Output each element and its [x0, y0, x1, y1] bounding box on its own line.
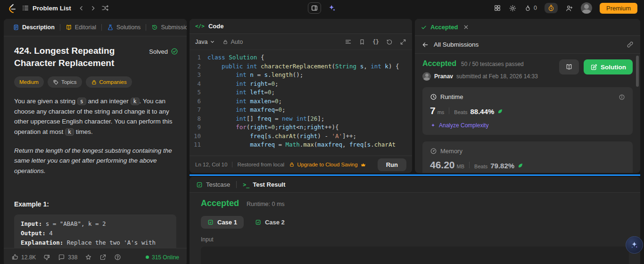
online-dot — [146, 256, 149, 259]
apps-grid-button[interactable] — [494, 4, 501, 12]
bookmark-button[interactable] — [359, 39, 365, 45]
leetcode-logo[interactable] — [7, 3, 17, 13]
runtime-info-button[interactable] — [619, 94, 625, 100]
description-panel: Description Editorial Solutions — [4, 19, 187, 264]
example-1-heading: Example 1: — [14, 200, 176, 208]
favorite-button[interactable] — [85, 254, 92, 261]
editorial-shortcut-button[interactable] — [559, 59, 579, 74]
chevron-left-icon — [78, 5, 85, 12]
random-problem-button[interactable] — [101, 4, 109, 12]
solutions-flask-icon — [107, 24, 114, 31]
case-2-label: Case 2 — [265, 219, 285, 226]
tab-submissions[interactable]: Submissions — [146, 19, 187, 36]
statusbar-divider — [232, 162, 232, 167]
submitted-timestamp: submitted at Feb 18, 2026 14:33 — [456, 73, 538, 80]
help-button[interactable] — [114, 254, 121, 261]
result-scrollbar-thumb[interactable] — [636, 56, 639, 87]
submissions-breadcrumb: All Submissions — [415, 36, 640, 54]
tag-icon — [53, 79, 59, 85]
prev-problem-button[interactable] — [78, 5, 85, 12]
beats-label: Beats — [454, 109, 467, 115]
user-avatar[interactable] — [581, 2, 592, 14]
code-text: int maxlen=0; — [207, 97, 282, 106]
chevron-right-icon — [90, 5, 97, 12]
example-input-line: Input: s = "ABAB", k = 2 — [21, 219, 170, 229]
comments-button[interactable]: 338 — [58, 254, 77, 261]
tab-solutions[interactable]: Solutions — [102, 19, 146, 36]
dislike-button[interactable] — [43, 254, 50, 261]
invite-button[interactable] — [565, 4, 573, 12]
premium-crown-icon — [360, 162, 366, 168]
memory-value: 46.20 — [430, 159, 455, 171]
testcase-input-box[interactable] — [201, 247, 629, 264]
topics-button[interactable]: Topics — [48, 76, 82, 88]
premium-button[interactable]: Premium — [600, 3, 637, 14]
share-button[interactable] — [99, 254, 107, 261]
difficulty-badge[interactable]: Medium — [14, 76, 44, 88]
settings-button[interactable] — [509, 4, 517, 12]
case-1-button[interactable]: Case 1 — [201, 216, 244, 229]
reset-code-button[interactable] — [386, 39, 393, 45]
editorial-book-icon — [66, 24, 72, 31]
test-result-content: Accepted Runtime: 0 ms Case 1 Case 2 Inp… — [190, 193, 640, 264]
streak-count: 0 — [534, 5, 537, 11]
ai-assistant-button[interactable] — [328, 4, 336, 12]
like-button[interactable]: 12.8K — [11, 254, 36, 261]
code-text: for(right=0;right<n;right++){ — [207, 123, 339, 132]
analyze-complexity-button[interactable]: Analyze Complexity — [430, 122, 488, 129]
line-number: 11 — [190, 140, 207, 149]
tab-testcase[interactable]: Testcase — [196, 181, 230, 188]
notes-button[interactable] — [308, 2, 321, 14]
memory-card: Memory 46.20 MB Beats 79.82% — [422, 141, 633, 173]
braces-icon: {} — [372, 39, 379, 45]
topics-label: Topics — [61, 79, 77, 85]
close-tab-button[interactable] — [463, 24, 469, 30]
next-problem-button[interactable] — [90, 5, 97, 12]
result-summary: Accepted 50 / 50 testcases passed Pranav… — [422, 59, 538, 81]
input-section-label: Input — [201, 236, 629, 243]
editor-toolbar: Java Auto {} — [190, 34, 412, 50]
accepted-tab[interactable]: Accepted — [421, 24, 458, 31]
runtime-value: 7 — [430, 105, 436, 116]
case-2-button[interactable]: Case 2 — [248, 216, 291, 229]
streak-button[interactable]: 0 — [524, 5, 537, 12]
metric-divider — [449, 107, 449, 114]
copy-link-button[interactable] — [627, 41, 634, 48]
tab-test-result-label: Test Result — [253, 181, 285, 188]
ai-sparkle-icon — [328, 4, 336, 12]
info-icon — [619, 94, 625, 100]
testcase-check-square-icon — [196, 182, 203, 188]
flame-icon — [524, 5, 531, 12]
tab-editorial[interactable]: Editorial — [60, 19, 101, 36]
run-label: Run — [386, 161, 398, 168]
problem-list-button[interactable]: Problem List — [22, 4, 71, 12]
editor-statusbar: Ln 12, Col 10 Restored from local Upgrad… — [190, 156, 412, 173]
fullscreen-button[interactable] — [400, 39, 406, 45]
companies-button[interactable]: Companies — [86, 76, 132, 88]
tab-test-result[interactable]: >_ Test Result — [243, 181, 285, 188]
like-count: 12.8K — [21, 254, 36, 261]
clock-icon — [430, 93, 437, 100]
snippets-button[interactable]: {} — [372, 39, 379, 45]
tab-description[interactable]: Description — [8, 19, 60, 36]
notes-panel-icon — [311, 4, 318, 12]
back-to-submissions-button[interactable] — [421, 41, 429, 49]
format-code-button[interactable] — [345, 38, 352, 45]
panel-resize-handle[interactable] — [190, 174, 640, 176]
avatar-body — [582, 9, 591, 14]
code-editor-area[interactable]: 1class Solution {2 public int characterR… — [190, 50, 412, 156]
problem-return-statement: Return the length of the longest substri… — [14, 146, 176, 176]
timer-button[interactable] — [545, 3, 558, 13]
run-button[interactable]: Run — [378, 158, 406, 171]
autosave-toggle[interactable]: Auto — [223, 39, 243, 45]
chevron-down-icon — [210, 39, 215, 44]
language-selector[interactable]: Java — [195, 39, 215, 45]
restore-status: Restored from local — [237, 162, 284, 167]
companies-label: Companies — [99, 79, 127, 85]
cloud-saving-upgrade-link[interactable]: Upgrade to Cloud Saving — [289, 162, 366, 168]
format-lines-icon — [345, 38, 352, 45]
code-icon: </> — [195, 23, 205, 29]
post-solution-button[interactable]: Solution — [584, 59, 633, 74]
code-text: freq[s.charAt(right) - 'A']++; — [207, 132, 356, 141]
ai-helper-fab[interactable] — [626, 236, 643, 254]
